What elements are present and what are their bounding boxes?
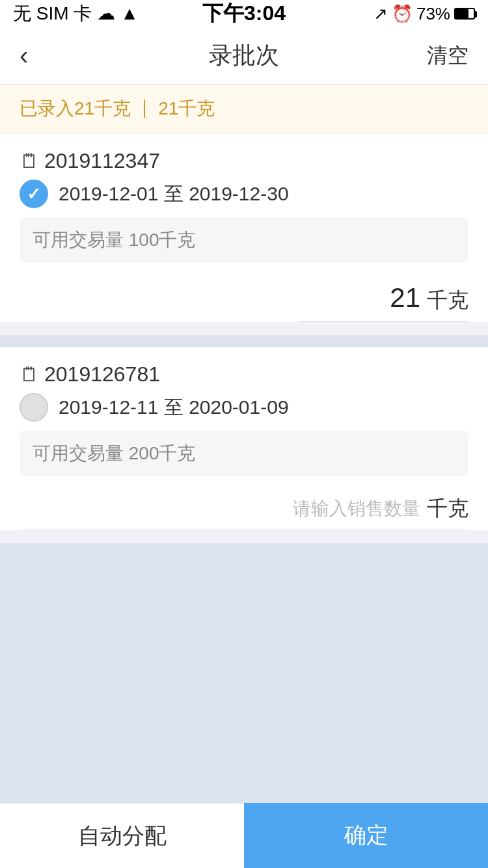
item1-unit: 千克 [427,286,468,315]
item2-radio[interactable] [20,393,48,422]
item1-row: 2019-12-01 至 2019-12-30 [20,180,488,208]
card-separator [0,335,488,347]
recorded-label: 已录入21千克 [20,96,131,121]
back-button[interactable]: ‹ [20,41,28,70]
status-left: 无 SIM 卡 ☁ ▲ [13,1,139,26]
item2-header: 🗒 2019126781 [20,362,488,387]
battery-text: 73% [416,4,450,24]
item2-input-row: 千克 [0,483,488,530]
wifi-icon: ▲ [120,3,139,24]
info-divider [144,100,145,118]
bottom-bar: 自动分配 确定 [0,803,488,868]
item2-row: 2019-12-11 至 2020-01-09 [20,393,488,422]
clear-button[interactable]: 清空 [427,42,468,70]
item1-radio[interactable] [20,180,48,208]
item2-unit: 千克 [427,495,468,523]
item2-icon: 🗒 [20,364,39,386]
item1-amount-row: 21 千克 [0,269,488,321]
item2-card: 🗒 2019126781 2019-12-11 至 2020-01-09 可用交… [0,347,488,530]
item2-id: 2019126781 [44,362,160,387]
item2-qty-box: 可用交易量 200千克 [20,431,468,476]
page-title: 录批次 [209,40,279,72]
item2-bottom-line [20,530,468,530]
info-value: 21千克 [158,96,215,121]
status-time: 下午3:04 [202,0,286,28]
item1-card: 🗒 2019112347 2019-12-01 至 2019-12-30 可用交… [0,133,488,322]
confirm-button[interactable]: 确定 [244,803,488,868]
item1-amount: 21 [390,282,420,314]
alarm-icon: ⏰ [392,4,413,24]
auto-distribute-button[interactable]: 自动分配 [0,803,244,868]
battery-icon [454,8,475,20]
location-icon: ↗ [373,4,388,24]
item1-id: 2019112347 [44,149,160,173]
info-banner: 已录入21千克 21千克 [0,85,488,133]
item2-qty-input[interactable] [20,498,420,519]
item1-date: 2019-12-01 至 2019-12-30 [59,181,289,208]
sim-label: 无 SIM 卡 ☁ [13,1,115,26]
status-bar: 无 SIM 卡 ☁ ▲ 下午3:04 ↗ ⏰ 73% [0,0,488,27]
nav-bar: ‹ 录批次 清空 [0,27,488,85]
status-right: ↗ ⏰ 73% [373,4,475,24]
item2-date: 2019-12-11 至 2020-01-09 [59,394,289,421]
item1-qty-box: 可用交易量 100千克 [20,217,468,263]
item1-icon: 🗒 [20,150,39,172]
item1-header: 🗒 2019112347 [20,149,488,173]
